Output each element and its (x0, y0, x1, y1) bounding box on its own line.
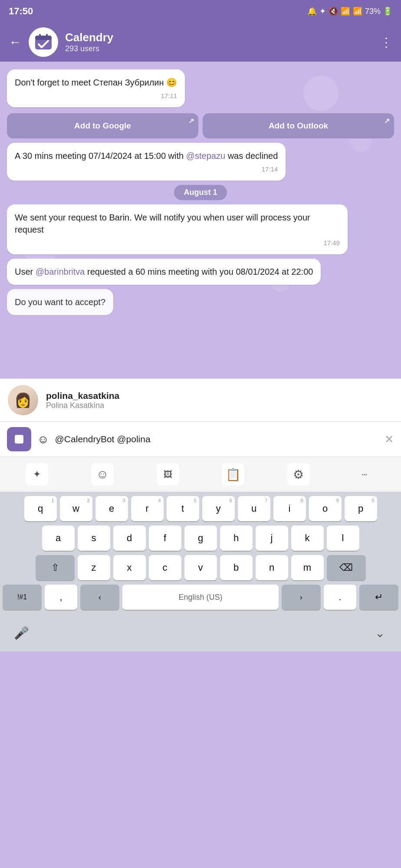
key-g[interactable]: g (184, 526, 217, 551)
key-a[interactable]: a (42, 526, 75, 551)
header-title: Calendry (65, 31, 373, 44)
record-button[interactable] (7, 427, 31, 451)
key-i[interactable]: i8 (273, 496, 306, 521)
gif-button[interactable]: 🖼 (157, 463, 179, 486)
key-l[interactable]: l (327, 526, 359, 551)
back-button[interactable]: ← (9, 35, 22, 49)
message-1-text: Don't forget to meet Степан Зубрилин 😊 (15, 78, 177, 87)
battery-icon: 73% 🔋 (365, 7, 392, 16)
microphone-button[interactable]: 🎤 (10, 622, 32, 644)
svg-rect-3 (46, 34, 48, 38)
message-5-partial: Do you want to accept? (7, 289, 113, 315)
wifi-icon: 📶 (341, 7, 350, 16)
mention-info: polina_kasatkina Polina Kasatkina (46, 391, 119, 410)
input-close-button[interactable]: ✕ (385, 433, 394, 446)
message-2-text-end: was declined (225, 151, 278, 161)
ai-button[interactable]: ✦ (26, 463, 48, 486)
message-4-text-pre: User (15, 267, 36, 276)
shift-key[interactable]: ⇧ (36, 555, 75, 580)
key-w[interactable]: w2 (60, 496, 92, 521)
add-to-google-button[interactable]: ↗ Add to Google (7, 113, 198, 138)
mute-icon: 🔇 (329, 7, 338, 16)
key-period[interactable]: . (324, 585, 356, 610)
message-3-time: 17:49 (15, 238, 340, 247)
lang-right-key[interactable]: › (282, 585, 321, 610)
date-separator: August 1 (174, 185, 227, 200)
key-h[interactable]: h (220, 526, 253, 551)
add-to-outlook-label: Add to Outlook (269, 121, 328, 131)
header-subtitle: 293 users (65, 44, 373, 53)
key-r[interactable]: r4 (131, 496, 164, 521)
calendar-btn-row: ↗ Add to Google ↗ Add to Outlook (7, 113, 394, 138)
arrow-icon-2: ↗ (384, 117, 390, 125)
symbols-key[interactable]: !#1 (3, 585, 42, 610)
message-4: User @barinbritva requested a 60 mins me… (7, 259, 321, 285)
status-time: 17:50 (9, 6, 33, 17)
chat-area: Don't forget to meet Степан Зубрилин 😊 1… (0, 62, 401, 378)
key-x[interactable]: x (113, 555, 146, 580)
keyboard-row-1: q1 w2 e3 r4 t5 y6 u7 i8 o9 p0 (3, 496, 398, 521)
key-k[interactable]: k (291, 526, 324, 551)
message-3: We sent your request to Barin. We will n… (7, 204, 348, 254)
message-5-text: Do you want to accept? (15, 297, 105, 307)
mention-popup[interactable]: 👩 polina_kasatkina Polina Kasatkina (0, 378, 401, 421)
backspace-key[interactable]: ⌫ (327, 555, 366, 580)
key-o[interactable]: o9 (309, 496, 342, 521)
message-3-text: We sent your request to Barin. We will n… (15, 213, 310, 234)
mention-barinbritva[interactable]: @barinbritva (36, 267, 85, 276)
key-comma[interactable]: , (45, 585, 77, 610)
mention-stepazu[interactable]: @stepazu (186, 151, 225, 161)
hide-keyboard-button[interactable]: ⌄ (369, 622, 391, 644)
key-q[interactable]: q1 (24, 496, 57, 521)
mention-username: polina_kasatkina (46, 391, 119, 401)
key-d[interactable]: d (113, 526, 146, 551)
input-bar: ☺ @CalendryBot @polina ✕ (0, 421, 401, 457)
emoji-button[interactable]: ☺ (91, 463, 114, 486)
key-p[interactable]: p0 (345, 496, 377, 521)
key-v[interactable]: v (184, 555, 217, 580)
keyboard-row-3: ⇧ z x c v b n m ⌫ (3, 555, 398, 580)
message-1: Don't forget to meet Степан Зубрилин 😊 1… (7, 69, 185, 107)
mention-avatar: 👩 (8, 385, 38, 415)
key-j[interactable]: j (256, 526, 288, 551)
keyboard-row-4: !#1 , ‹ English (US) › . ↵ (3, 585, 398, 610)
enter-key[interactable]: ↵ (359, 585, 398, 610)
more-button[interactable]: ··· (353, 463, 375, 486)
lang-left-key[interactable]: ‹ (80, 585, 119, 610)
header-menu-button[interactable]: ⋮ (380, 35, 392, 49)
message-2-time: 17:14 (15, 164, 278, 174)
svg-rect-1 (35, 36, 52, 40)
status-icons: 🔔 ✦ 🔇 📶 📶 73% 🔋 (307, 7, 392, 16)
status-bar: 17:50 🔔 ✦ 🔇 📶 📶 73% 🔋 (0, 0, 401, 23)
keyboard-row-2: a s d f g h j k l (3, 526, 398, 551)
mention-fullname: Polina Kasatkina (46, 401, 119, 410)
space-key[interactable]: English (US) (122, 585, 279, 610)
svg-rect-2 (39, 34, 41, 38)
key-f[interactable]: f (149, 526, 181, 551)
key-t[interactable]: t5 (167, 496, 199, 521)
key-m[interactable]: m (291, 555, 324, 580)
arrow-icon: ↗ (188, 117, 194, 125)
input-text: @CalendryBot @polina (55, 434, 151, 444)
attach-button[interactable]: 📋 (222, 463, 244, 486)
key-c[interactable]: c (149, 555, 181, 580)
settings-button[interactable]: ⚙ (287, 463, 310, 486)
chat-header: ← Calendry 293 users ⋮ (0, 23, 401, 62)
app-icon (29, 27, 58, 57)
key-z[interactable]: z (78, 555, 110, 580)
emoji-trigger[interactable]: ☺ (37, 433, 49, 446)
key-e[interactable]: e3 (95, 496, 128, 521)
input-toolbar: ✦ ☺ 🖼 📋 ⚙ ··· (0, 457, 401, 492)
bluetooth-icon: ✦ (319, 7, 326, 16)
key-s[interactable]: s (78, 526, 110, 551)
key-u[interactable]: u7 (238, 496, 270, 521)
add-to-outlook-button[interactable]: ↗ Add to Outlook (203, 113, 394, 138)
keyboard: q1 w2 e3 r4 t5 y6 u7 i8 o9 p0 a s d f g … (0, 492, 401, 617)
key-y[interactable]: y6 (202, 496, 235, 521)
message-4-text-post: requested a 60 mins meeting with you 08/… (85, 267, 313, 276)
alarm-icon: 🔔 (307, 7, 317, 16)
key-n[interactable]: n (256, 555, 288, 580)
key-b[interactable]: b (220, 555, 253, 580)
message-2-text: A 30 mins meeting 07/14/2024 at 15:00 wi… (15, 151, 186, 161)
message-input[interactable]: @CalendryBot @polina (55, 434, 378, 444)
